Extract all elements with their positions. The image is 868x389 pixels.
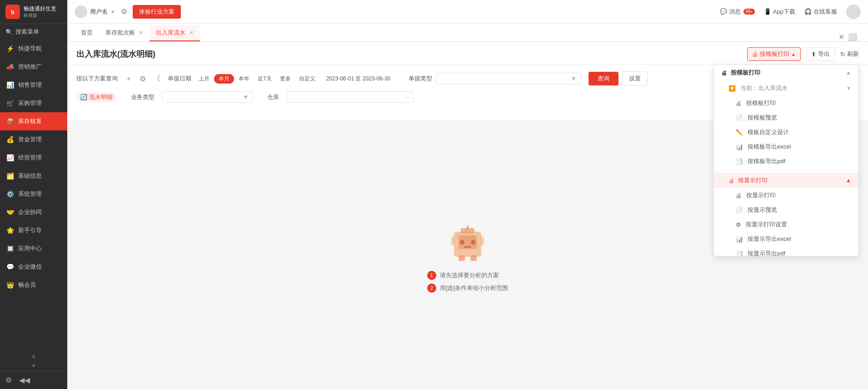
dropdown-divider: [714, 170, 858, 171]
business-type-label: 业务类型: [131, 93, 155, 101]
sidebar-item-appstore[interactable]: 🔲 应用中心: [0, 239, 67, 258]
sidebar-item-label: 资金管理: [18, 135, 42, 144]
sidebar-item-operation[interactable]: 📈 经营管理: [0, 149, 67, 167]
print-chevron-up: ▲: [791, 52, 796, 57]
display-print-item[interactable]: 🖨 按显示打印: [714, 188, 858, 203]
date-btn-custom[interactable]: 自定义: [295, 74, 319, 84]
svg-rect-4: [464, 246, 471, 248]
template-custom-item[interactable]: ✏️ 模板自定义设计: [714, 125, 858, 140]
sidebar-item-purchase[interactable]: 🛒 采购管理: [0, 94, 67, 112]
display-export-pdf-item[interactable]: 📑 按显示导出pdf: [714, 246, 858, 256]
message-action[interactable]: 💬 消息 99+: [720, 8, 755, 16]
svg-rect-7: [451, 236, 455, 245]
sidebar-item-basic[interactable]: 🗂️ 基础信息: [0, 167, 67, 185]
voucher-type-label: 单据类型: [409, 75, 432, 83]
appstore-icon: 🔲: [5, 244, 15, 253]
tab-batch-close[interactable]: ✕: [139, 30, 143, 36]
sidebar-item-cooperation[interactable]: 🤝 企业协同: [0, 203, 67, 221]
sidebar-item-inventory[interactable]: 📦 库存核算: [0, 112, 67, 130]
template-export-excel-item[interactable]: 📊 按模板导出excel: [714, 140, 858, 154]
tab-batch[interactable]: 库存批次账 ✕: [99, 25, 150, 41]
template-preview-item[interactable]: 📄 按模板预览: [714, 110, 858, 125]
sidebar-item-marketing[interactable]: 📣 营销推广: [0, 58, 67, 76]
sidebar-item-sales[interactable]: 📊 销售管理: [0, 76, 67, 94]
flow-detail-tag[interactable]: 🔄 流水明细: [76, 92, 116, 102]
collapse-sidebar-icon[interactable]: ◀◀: [19, 376, 30, 384]
display-export-excel-item[interactable]: 📊 按显示导出excel: [714, 232, 858, 246]
template-pdf-label: 按模板导出pdf: [748, 157, 785, 165]
message-icon: 💬: [720, 8, 727, 15]
filter-collapse-icon[interactable]: 《: [153, 74, 160, 84]
settings-button[interactable]: 设置: [622, 71, 648, 86]
customer-service-action[interactable]: 🎧 在线客服: [804, 8, 837, 16]
business-type-select[interactable]: ▼: [162, 91, 253, 103]
display-print-settings-item[interactable]: ⚙ 按显示打印设置: [714, 217, 858, 232]
print-template-button[interactable]: 🖨 按模板打印 ▲: [747, 47, 801, 61]
business-type-chevron: ▼: [243, 94, 249, 100]
tab-flow-close[interactable]: ✕: [189, 30, 194, 36]
sidebar-search-item[interactable]: 🔍 搜索菜单: [0, 24, 67, 40]
date-btn-last-month[interactable]: 上月: [195, 74, 213, 84]
app-download-action[interactable]: 📱 App下载: [764, 8, 795, 16]
date-range: 2023-06-01 至 2023-06-30: [326, 75, 390, 83]
sidebar-item-label: 应用中心: [18, 244, 42, 253]
wechat-icon: 💬: [5, 262, 15, 271]
sidebar-item-wechat[interactable]: 💬 企业微信: [0, 258, 67, 276]
sidebar-item-label: 基础信息: [18, 172, 42, 180]
tab-home[interactable]: 首页: [75, 25, 99, 41]
sidebar-item-label: 畅会员: [18, 281, 36, 289]
filter-add-button[interactable]: ＋: [125, 74, 132, 84]
template-preview-icon: 📄: [736, 115, 743, 121]
template-selector-icon: 🔽: [728, 85, 736, 92]
flow-detail-icon: 🔄: [80, 94, 87, 100]
empty-illustration: [445, 218, 490, 264]
trial-button[interactable]: 体验行业方案: [133, 5, 181, 19]
filter-settings-icon[interactable]: ⚙: [140, 75, 146, 83]
window-close-btn[interactable]: ✕: [838, 33, 844, 41]
operation-icon: 📈: [5, 153, 15, 162]
export-button[interactable]: ⬆ 导出: [806, 47, 835, 61]
display-pdf-label: 按显示导出pdf: [748, 249, 785, 256]
shortcut-icon: ⚡: [5, 44, 15, 53]
display-preview-item[interactable]: 📄 按显示预览: [714, 203, 858, 217]
settings-bottom-icon[interactable]: ⚙: [5, 376, 12, 384]
print-template-header-icon: 🖨: [721, 70, 727, 76]
filter-section-label: 按以下方案查询: [76, 75, 118, 83]
display-preview-icon: 📄: [736, 207, 743, 214]
app-name: 畅捷通好生意: [24, 5, 56, 13]
tab-flow[interactable]: 出入库流水 ✕: [150, 25, 200, 41]
sidebar-item-member[interactable]: 👑 畅会员: [0, 276, 67, 294]
svg-rect-6: [467, 225, 469, 230]
date-btn-7days[interactable]: 近7天: [254, 74, 275, 84]
user-dropdown[interactable]: 用户名 ▼: [75, 5, 115, 18]
query-button[interactable]: 查询: [589, 72, 619, 85]
current-template-item[interactable]: 🔽 当前：出入库流水 ▼: [714, 80, 858, 96]
template-custom-label: 模板自定义设计: [748, 128, 789, 136]
template-export-pdf-item[interactable]: 📑 按模板导出pdf: [714, 154, 858, 169]
sidebar-item-guide[interactable]: 🌟 新手引导: [0, 221, 67, 239]
date-btn-this-month[interactable]: 本月: [214, 74, 234, 84]
sidebar-item-shortcut[interactable]: ⚡ 快捷导航: [0, 40, 67, 58]
page-header: 出入库流水(流水明细) 🖨 按模板打印 ▲ ⬆ 导出 ↻ 刷新: [67, 42, 868, 65]
voucher-type-input[interactable]: ▼: [436, 73, 581, 85]
date-btn-this-year[interactable]: 本年: [235, 74, 253, 84]
window-maximize-btn[interactable]: ⬜: [848, 33, 857, 41]
app-download-label: App下载: [773, 8, 795, 16]
print-dropdown-panel: 🖨 按模板打印 ▲ 🔽 当前：出入库流水 ▼ 🖨: [713, 65, 859, 256]
member-icon: 👑: [5, 280, 15, 289]
sidebar-item-label: 企业微信: [18, 263, 42, 271]
warehouse-input[interactable]: ···: [286, 91, 414, 103]
sidebar-item-system[interactable]: ⚙️ 系统管理: [0, 185, 67, 203]
tab-batch-label: 库存批次账: [105, 29, 135, 37]
template-print-item[interactable]: 🖨 按模板打印: [714, 96, 858, 110]
sidebar-item-finance[interactable]: 💰 资金管理: [0, 130, 67, 149]
sidebar: b 畅捷通好生意 标准版 🔍 搜索菜单 ⚡ 快捷导航 📣 营销推广 📊 销售管理…: [0, 0, 67, 389]
gear-icon[interactable]: ⚙: [121, 7, 127, 16]
dropdown-section1-label: 按模板打印: [731, 69, 760, 77]
account-avatar[interactable]: [846, 5, 861, 19]
dropdown-section2-header[interactable]: 🖨 按显示打印 ▲: [714, 173, 858, 188]
date-btn-more[interactable]: 更多: [276, 74, 294, 84]
guide-icon: 🌟: [5, 226, 15, 235]
refresh-button[interactable]: ↻ 刷新: [840, 50, 859, 58]
template-print-label: 按模板打印: [746, 99, 776, 107]
